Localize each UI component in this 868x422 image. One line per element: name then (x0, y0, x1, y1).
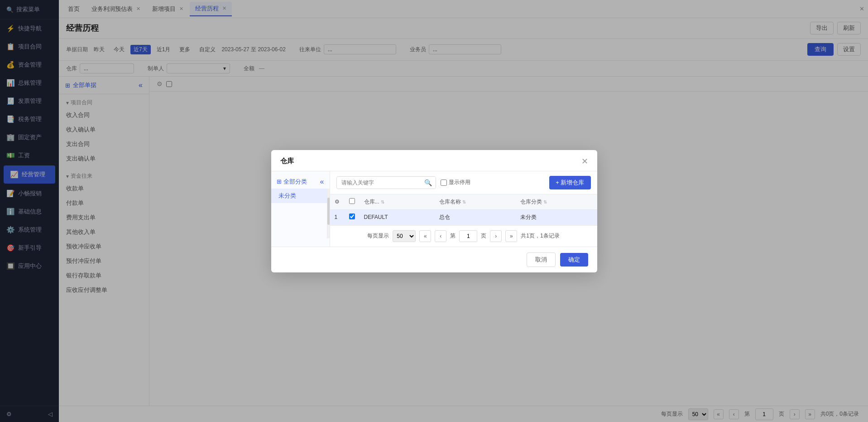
show-disabled-checkbox-group: 显示停用 (441, 179, 470, 186)
th-checkbox (345, 194, 360, 210)
prev-page-btn[interactable]: ‹ (435, 230, 446, 242)
td-checkbox (345, 209, 360, 225)
search-button[interactable]: 🔍 (421, 177, 436, 189)
cancel-button[interactable]: 取消 (527, 252, 556, 267)
dialog-right-panel: 🔍 显示停用 + 新增仓库 ⚙ (330, 171, 597, 247)
th-category[interactable]: 仓库分类 ⇅ (516, 194, 597, 210)
td-category: 未分类 (516, 209, 597, 225)
page-suffix: 页 (481, 232, 486, 240)
all-category-header[interactable]: ⊞ 全部分类 « (271, 175, 330, 189)
category-icon: ⊞ (277, 178, 282, 185)
th-settings-icon: ⚙ (335, 199, 340, 205)
select-all-checkbox[interactable] (349, 198, 355, 204)
confirm-button[interactable]: 确定 (560, 253, 588, 267)
sort-icon-code: ⇅ (381, 199, 384, 204)
dialog-footer: 取消 确定 (271, 247, 597, 272)
first-page-btn[interactable]: « (419, 230, 431, 242)
total-records-label: 共1页，1条记录 (521, 232, 559, 240)
th-category-label: 仓库分类 (520, 198, 542, 206)
dialog-toolbar: 🔍 显示停用 + 新增仓库 (330, 171, 597, 194)
per-page-label: 每页显示 (367, 232, 389, 240)
dialog-header: 仓库 ✕ (271, 150, 597, 171)
left-panel-collapse-btn[interactable]: « (320, 178, 324, 186)
th-name[interactable]: 仓库名称 ⇅ (435, 194, 516, 210)
search-box: 🔍 (336, 176, 436, 189)
cat-item-uncategorized[interactable]: 未分类 (271, 189, 330, 203)
dialog-close-button[interactable]: ✕ (581, 156, 588, 166)
show-disabled-label: 显示停用 (449, 179, 470, 186)
warehouse-table: ⚙ 仓库... ⇅ (330, 194, 597, 225)
warehouse-dialog: 仓库 ✕ ⊞ 全部分类 « 未分类 (271, 150, 597, 272)
th-name-label: 仓库名称 (439, 198, 461, 206)
th-code[interactable]: 仓库... ⇅ (360, 194, 435, 210)
search-input[interactable] (337, 177, 421, 188)
sort-icon-category: ⇅ (543, 199, 547, 204)
dialog-table-container: ⚙ 仓库... ⇅ (330, 194, 597, 225)
per-page-select[interactable]: 50 10 20 100 (393, 230, 416, 242)
th-settings[interactable]: ⚙ (330, 194, 345, 210)
add-warehouse-button[interactable]: + 新增仓库 (549, 176, 590, 189)
cat-item-label: 未分类 (278, 192, 296, 199)
th-code-label: 仓库... (364, 198, 379, 206)
sort-icon-name: ⇅ (462, 199, 466, 204)
td-name: 总仓 (435, 209, 516, 225)
dialog-body: ⊞ 全部分类 « 未分类 (271, 171, 597, 247)
show-disabled-checkbox[interactable] (441, 179, 447, 186)
scrollbar-thumb (327, 198, 330, 225)
left-panel-scrollbar[interactable] (327, 189, 330, 238)
td-code: DEFAULT (360, 209, 435, 225)
row-checkbox[interactable] (349, 213, 355, 219)
dialog-left-panel: ⊞ 全部分类 « 未分类 (271, 171, 330, 247)
dialog-pagination: 每页显示 50 10 20 100 « ‹ 第 页 › » 共1页，1条记录 (330, 225, 597, 247)
last-page-btn[interactable]: » (505, 230, 517, 242)
table-row[interactable]: 1 DEFAULT 总仓 未分类 (330, 209, 597, 225)
all-category-label: 全部分类 (283, 178, 307, 186)
modal-overlay: 仓库 ✕ ⊞ 全部分类 « 未分类 (0, 0, 868, 422)
next-page-btn[interactable]: › (490, 230, 502, 242)
td-settings: 1 (330, 209, 345, 225)
page-number-input[interactable] (459, 230, 477, 242)
page-label: 第 (450, 232, 456, 240)
dialog-title: 仓库 (280, 157, 294, 165)
